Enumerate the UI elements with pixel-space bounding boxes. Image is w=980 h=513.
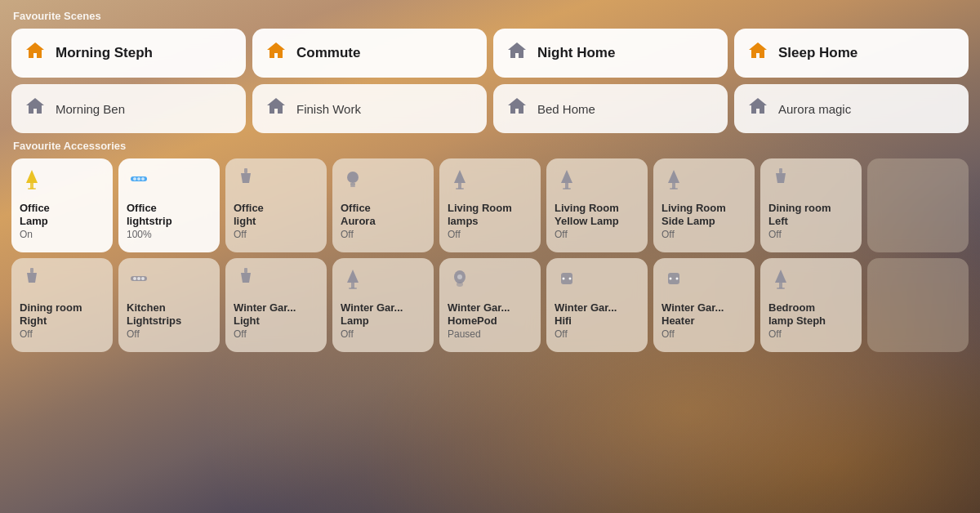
acc-card[interactable]: OfficeAurora Off — [332, 158, 434, 252]
svg-point-34 — [563, 278, 565, 280]
acc-name: Dining roomLeft — [768, 202, 853, 227]
svg-point-5 — [137, 177, 140, 181]
accessories-row2: Dining roomRight Off KitchenLightstrips … — [11, 258, 969, 352]
svg-rect-29 — [349, 288, 357, 289]
svg-rect-10 — [350, 185, 355, 187]
acc-status: 100% — [127, 229, 212, 240]
accessories-row1: OfficeLamp On Officelightstrip 100% Offi… — [11, 158, 969, 252]
scene-house-icon — [747, 40, 768, 66]
secondary-scene-card[interactable]: Aurora magic — [734, 84, 969, 133]
scene-name: Sleep Home — [778, 45, 858, 61]
acc-card[interactable]: Officelight Off — [225, 158, 327, 252]
svg-rect-20 — [779, 168, 782, 173]
acc-card[interactable]: KitchenLightstrips Off — [118, 258, 220, 352]
scene-house-icon — [747, 96, 768, 122]
scene-house-icon — [506, 96, 528, 122]
acc-icon — [768, 266, 853, 295]
scene-name: Finish Work — [296, 102, 361, 116]
acc-name: Winter Gar...Heater — [662, 301, 746, 327]
acc-name: Winter Gar...Light — [234, 301, 318, 327]
acc-status: Off — [555, 229, 639, 240]
scene-name: Commute — [296, 45, 360, 61]
acc-card[interactable]: Living Roomlamps Off — [439, 158, 541, 252]
acc-icon — [448, 167, 532, 195]
svg-rect-21 — [30, 268, 33, 273]
acc-status: Off — [768, 229, 853, 240]
acc-name: Winter Gar...Hifi — [555, 301, 639, 327]
svg-point-38 — [676, 278, 679, 280]
acc-status: On — [20, 229, 105, 240]
acc-status: Off — [127, 328, 212, 340]
acc-card[interactable]: Living RoomSide Lamp Off — [653, 158, 755, 252]
secondary-scene-card[interactable]: Morning Ben — [11, 84, 246, 133]
acc-card[interactable]: Dining roomRight Off — [11, 258, 113, 352]
svg-rect-13 — [456, 188, 464, 190]
svg-rect-1 — [30, 183, 33, 189]
svg-rect-9 — [350, 183, 355, 185]
scene-name: Morning Steph — [56, 45, 153, 61]
scene-name: Bed Home — [537, 102, 595, 116]
acc-card[interactable]: Living RoomYellow Lamp Off — [546, 158, 648, 252]
acc-name: Dining roomRight — [20, 301, 105, 327]
secondary-scene-card[interactable]: Bed Home — [493, 84, 728, 133]
primary-scene-card[interactable]: Commute — [252, 29, 487, 78]
acc-card[interactable]: Winter Gar...Light Off — [225, 258, 327, 352]
acc-icon — [127, 266, 212, 295]
acc-card[interactable]: Winter Gar...Hifi Off — [546, 258, 648, 352]
svg-rect-28 — [351, 283, 354, 288]
acc-name: OfficeLamp — [20, 202, 105, 227]
acc-card-empty — [867, 258, 969, 352]
acc-icon — [448, 266, 532, 295]
acc-status: Off — [234, 328, 318, 340]
acc-status: Off — [768, 328, 853, 340]
scene-house-icon — [265, 96, 287, 122]
svg-marker-17 — [668, 170, 679, 183]
acc-name: KitchenLightstrips — [127, 301, 212, 327]
svg-point-8 — [347, 172, 359, 183]
secondary-scene-card[interactable]: Finish Work — [252, 84, 487, 133]
acc-icon — [20, 266, 105, 295]
svg-marker-0 — [26, 170, 38, 183]
acc-name: Winter Gar...Lamp — [341, 301, 425, 327]
primary-scene-card[interactable]: Night Home — [493, 29, 728, 78]
secondary-scenes-grid: Morning Ben Finish Work Bed Home Aurora … — [11, 84, 969, 133]
acc-icon — [662, 266, 746, 295]
svg-marker-14 — [561, 170, 572, 183]
svg-rect-41 — [777, 288, 785, 289]
acc-card[interactable]: Bedroomlamp Steph Off — [760, 258, 862, 352]
svg-rect-15 — [565, 183, 568, 189]
svg-point-35 — [569, 278, 572, 280]
acc-card[interactable]: Winter Gar...Lamp Off — [332, 258, 434, 352]
favourite-scenes-label: Favourite Scenes — [13, 10, 969, 22]
svg-point-4 — [133, 177, 136, 181]
acc-card[interactable]: Winter Gar...Heater Off — [653, 258, 755, 352]
acc-name: Winter Gar...HomePod — [448, 301, 532, 327]
svg-rect-18 — [672, 183, 675, 189]
acc-name: Bedroomlamp Steph — [768, 301, 853, 327]
scene-name: Morning Ben — [56, 102, 125, 116]
acc-icon — [234, 266, 318, 295]
acc-status: Off — [341, 229, 425, 240]
primary-scene-card[interactable]: Morning Steph — [11, 29, 246, 78]
acc-name: Living Roomlamps — [448, 202, 532, 227]
acc-status: Off — [662, 328, 746, 340]
acc-card[interactable]: OfficeLamp On — [11, 158, 113, 252]
acc-icon — [555, 266, 639, 295]
acc-card[interactable]: Officelightstrip 100% — [118, 158, 220, 252]
acc-icon — [127, 167, 212, 195]
acc-status: Off — [662, 229, 746, 240]
primary-scene-card[interactable]: Sleep Home — [734, 29, 969, 78]
svg-point-23 — [133, 277, 136, 280]
svg-rect-12 — [458, 183, 461, 189]
acc-card[interactable]: Dining roomLeft Off — [760, 158, 862, 252]
svg-rect-2 — [28, 188, 36, 190]
svg-point-32 — [457, 274, 462, 279]
svg-marker-39 — [775, 270, 786, 283]
svg-point-31 — [457, 282, 463, 287]
svg-marker-11 — [454, 170, 466, 183]
acc-card[interactable]: Winter Gar...HomePod Paused — [439, 258, 541, 352]
svg-point-25 — [141, 277, 145, 280]
acc-icon — [341, 167, 425, 195]
scene-house-icon — [24, 40, 46, 66]
acc-name: OfficeAurora — [341, 202, 425, 227]
